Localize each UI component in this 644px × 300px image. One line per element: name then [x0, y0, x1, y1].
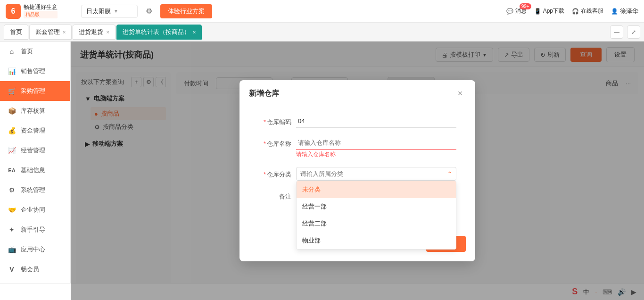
finance-icon: 💰 — [8, 126, 16, 135]
notes-label: 备注 — [258, 189, 296, 201]
tab-purchase-return[interactable]: 进货退货 × — [73, 25, 115, 40]
dropdown-item-dept2[interactable]: 经营二部 — [297, 215, 456, 232]
sidebar-item-finance[interactable]: 💰 资金管理 — [0, 121, 70, 141]
content-area: 进货单统计(按商品) 🖨 按模板打印 ▼ ↗ 导出 ↻ 刷新 查询 设置 — [71, 42, 644, 300]
sidebar-guide-label: 新手引导 — [21, 225, 45, 234]
logo-text: 畅捷通好生意 — [24, 4, 58, 11]
store-arrow-icon: ▼ — [114, 8, 118, 14]
sidebar-item-member[interactable]: V 畅会员 — [0, 259, 70, 279]
sidebar-sales-label: 销售管理 — [21, 67, 45, 75]
warehouse-category-input[interactable] — [296, 167, 456, 181]
operation-icon: 📈 — [8, 146, 16, 155]
dropdown-item-uncategorized[interactable]: 未分类 — [297, 181, 456, 198]
headset-icon: 🎧 — [572, 8, 579, 15]
tab-purchase-stats-close[interactable]: × — [193, 29, 196, 35]
top-right-area: 💬 消息 99+ 📱 App下载 🎧 在线客服 👤 徐泽华 — [506, 7, 638, 16]
sidebar-operation-label: 经营管理 — [21, 146, 45, 155]
category-dropdown-list: 未分类 经营一部 经营二部 物业部 — [296, 181, 456, 250]
tab-accounts-close[interactable]: × — [63, 29, 66, 35]
tab-expand-button[interactable]: ⤢ — [627, 25, 640, 39]
tab-bar-right: — ⤢ — [610, 25, 640, 39]
sidebar-basic-info-label: 基础信息 — [21, 166, 45, 175]
store-selector[interactable]: 日太阳膜 ▼ — [81, 5, 138, 18]
warehouse-name-row: *仓库名称 请输入仓库名称 — [258, 136, 456, 158]
warehouse-name-input[interactable] — [296, 136, 456, 150]
sidebar-system-label: 系统管理 — [21, 186, 45, 194]
phone-icon: 📱 — [534, 8, 541, 15]
sidebar-item-enterprise[interactable]: 🤝 企业协同 — [0, 200, 70, 220]
sidebar-item-home[interactable]: ⌂ 首页 — [0, 42, 70, 61]
tab-purchase-return-close[interactable]: × — [106, 29, 109, 35]
inventory-icon: 📦 — [8, 107, 16, 115]
sidebar-item-operation[interactable]: 📈 经营管理 — [0, 141, 70, 160]
sidebar-item-purchase[interactable]: 🛒 采购管理 — [0, 81, 70, 101]
top-bar: 6 畅捷通好生意 精品版 日太阳膜 ▼ ⚙ 体验行业方案 💬 消息 99+ 📱 … — [0, 0, 644, 23]
settings-icon-button[interactable]: ⚙ — [141, 4, 157, 19]
tab-purchase-stats-label: 进货单统计表（按商品） — [123, 28, 190, 36]
modal-overlay: 新增仓库 × *仓库编码 — [71, 42, 644, 300]
tab-bar: 首页 账套管理 × 进货退货 × 进货单统计表（按商品） × — ⤢ — [0, 23, 644, 42]
message-item[interactable]: 💬 消息 99+ — [506, 7, 527, 15]
new-warehouse-modal: 新增仓库 × *仓库编码 — [239, 80, 475, 261]
app-download-item[interactable]: 📱 App下载 — [534, 7, 564, 15]
dropdown-item-property[interactable]: 物业部 — [297, 232, 456, 249]
sidebar-item-apps[interactable]: 📺 应用中心 — [0, 240, 70, 259]
category-select-wrap: ⌃ 未分类 经营一部 经营二部 物业部 — [296, 167, 456, 181]
home-icon: ⌂ — [8, 47, 16, 56]
customer-service-item[interactable]: 🎧 在线客服 — [572, 7, 603, 15]
member-icon: V — [8, 265, 16, 274]
sidebar-apps-label: 应用中心 — [21, 245, 45, 254]
name-input-wrap: 请输入仓库名称 — [296, 136, 456, 158]
sidebar-item-guide[interactable]: ✦ 新手引导 — [0, 220, 70, 240]
user-item[interactable]: 👤 徐泽华 — [611, 7, 638, 16]
sidebar-finance-label: 资金管理 — [21, 126, 45, 135]
trial-button[interactable]: 体验行业方案 — [160, 4, 212, 18]
sidebar-purchase-label: 采购管理 — [21, 87, 45, 95]
guide-icon: ✦ — [8, 225, 16, 234]
modal-close-button[interactable]: × — [454, 88, 466, 99]
enterprise-icon: 🤝 — [8, 206, 16, 214]
system-icon: ⚙ — [8, 186, 16, 194]
tab-accounts-label: 账套管理 — [35, 28, 60, 36]
sidebar-member-label: 畅会员 — [21, 265, 39, 274]
app-label: App下载 — [543, 7, 564, 15]
name-error-message: 请输入仓库名称 — [296, 150, 456, 158]
tab-purchase-stats[interactable]: 进货单统计表（按商品） × — [116, 25, 202, 40]
sidebar-item-basic-info[interactable]: EA 基础信息 — [0, 160, 70, 180]
sidebar-item-sales[interactable]: 📊 销售管理 — [0, 61, 70, 81]
sidebar: ⌂ 首页 📊 销售管理 🛒 采购管理 📦 库存核算 💰 资金管理 📈 经营管理 … — [0, 42, 71, 300]
sidebar-item-system[interactable]: ⚙ 系统管理 — [0, 180, 70, 200]
store-name: 日太阳膜 — [86, 7, 111, 16]
basic-info-icon: EA — [8, 166, 16, 175]
name-label: *仓库名称 — [258, 136, 296, 148]
logo-icon: 6 — [6, 4, 21, 19]
tab-minimize-button[interactable]: — — [610, 25, 623, 39]
sidebar-home-label: 首页 — [21, 47, 33, 56]
category-label: *仓库分类 — [258, 167, 296, 179]
service-label: 在线客服 — [581, 7, 603, 15]
purchase-icon: 🛒 — [8, 87, 16, 95]
code-label: *仓库编码 — [258, 115, 296, 126]
logo-area: 6 畅捷通好生意 精品版 — [6, 4, 76, 19]
sidebar-enterprise-label: 企业协同 — [21, 206, 45, 214]
apps-icon: 📺 — [8, 245, 16, 254]
tab-accounts[interactable]: 账套管理 × — [29, 25, 72, 40]
logo-badge: 精品版 — [24, 11, 58, 18]
username: 徐泽华 — [620, 7, 638, 16]
modal-body: *仓库编码 *仓库名称 请输入仓库名称 — [239, 105, 475, 230]
sidebar-item-inventory[interactable]: 📦 库存核算 — [0, 101, 70, 121]
dropdown-item-dept1[interactable]: 经营一部 — [297, 198, 456, 215]
tab-home-label: 首页 — [10, 28, 22, 36]
message-badge: 99+ — [520, 3, 531, 9]
warehouse-category-row: *仓库分类 ⌃ 未分类 经营一部 经营二部 物业部 — [258, 167, 456, 181]
modal-title: 新增仓库 — [249, 89, 279, 99]
sales-icon: 📊 — [8, 67, 16, 75]
message-icon: 💬 — [506, 8, 513, 15]
main-layout: ⌂ 首页 📊 销售管理 🛒 采购管理 📦 库存核算 💰 资金管理 📈 经营管理 … — [0, 42, 644, 300]
modal-header: 新增仓库 × — [239, 80, 475, 105]
tab-home[interactable]: 首页 — [4, 25, 28, 40]
tab-purchase-return-label: 进货退货 — [79, 28, 103, 36]
sidebar-inventory-label: 库存核算 — [21, 107, 45, 115]
warehouse-code-input[interactable] — [296, 115, 456, 128]
code-input-wrap — [296, 115, 456, 128]
